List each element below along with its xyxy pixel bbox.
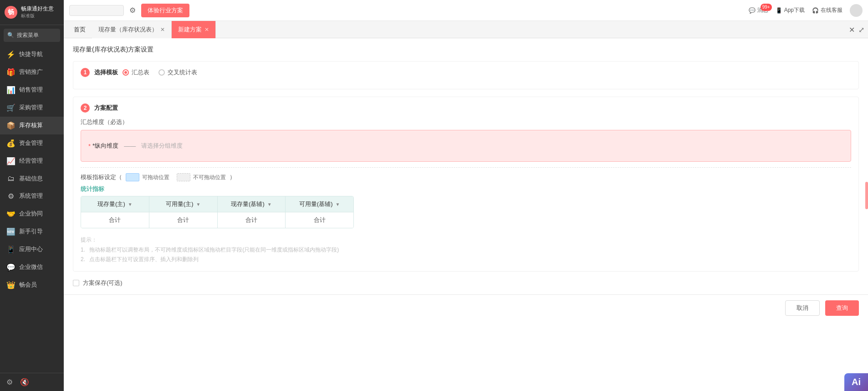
- download-icon: 📱: [776, 7, 782, 14]
- app-download-group[interactable]: 📱 App下载: [776, 6, 805, 14]
- service-icon: 🎧: [812, 7, 819, 14]
- stats-col-1-body: 合计: [149, 212, 217, 228]
- col-2-dropdown-icon: ▼: [267, 202, 272, 207]
- purchase-icon: 🛒: [6, 103, 15, 112]
- stats-col-0-header[interactable]: 现存量(主) ▼: [81, 196, 149, 212]
- online-service-group[interactable]: 🎧 在线客服: [812, 6, 842, 14]
- tab-new-plan[interactable]: 新建方案 ✕: [172, 21, 216, 38]
- stats-col-1: 可用量(主) ▼ 合计: [149, 196, 218, 228]
- stats-col-3-header[interactable]: 可用量(基辅) ▼: [286, 196, 353, 212]
- settings-bottom-icon[interactable]: ⚙: [6, 378, 13, 386]
- finance-icon: 💰: [6, 139, 15, 148]
- ai-badge[interactable]: Ai: [844, 373, 868, 391]
- expand-window-button[interactable]: ⤢: [858, 26, 864, 34]
- stats-col-2-header[interactable]: 现存量(基辅) ▼: [218, 196, 286, 212]
- stats-col-2-body: 合计: [218, 212, 286, 228]
- footer-bar: 取消 查询: [64, 294, 868, 321]
- sidebar-item-purchase[interactable]: 🛒 采购管理: [0, 99, 64, 117]
- section-config-header: 2 方案配置: [81, 103, 851, 113]
- radio-cross[interactable]: 交叉统计表: [158, 68, 197, 77]
- message-badge: 99+: [761, 4, 772, 11]
- col-3-dropdown-icon: ▼: [336, 202, 340, 207]
- section-num-1: 1: [81, 68, 90, 77]
- stats-col-0: 现存量(主) ▼ 合计: [81, 196, 149, 228]
- sidebar-item-inventory[interactable]: 📦 库存核算: [0, 117, 64, 134]
- section-config-title: 方案配置: [94, 104, 118, 112]
- sidebar-search-area: 🔍 搜索菜单: [0, 25, 64, 46]
- appcenter-icon: 📱: [6, 245, 15, 254]
- message-icon: 💬: [749, 7, 756, 14]
- section-template-title: 选择模板: [94, 68, 118, 77]
- stats-col-2: 现存量(基辅) ▼ 合计: [218, 196, 286, 228]
- sidebar-item-management[interactable]: 📈 经营管理: [0, 152, 64, 170]
- section-config: 2 方案配置 汇总维度（必选） * *纵向维度 —— 请选择分组维度 模板指标设…: [73, 97, 859, 272]
- stats-table-header: 现存量(主) ▼ 合计 可用量(主) ▼ 合计: [81, 196, 353, 228]
- sidebar-item-finance[interactable]: 💰 资金管理: [0, 134, 64, 152]
- message-group[interactable]: 💬 消息 99+: [749, 6, 768, 14]
- search-icon: 🔍: [7, 32, 14, 38]
- window-controls: ✕ ⤢: [845, 21, 868, 38]
- stats-col-1-header[interactable]: 可用量(主) ▼: [149, 196, 217, 212]
- dimension-dash: ——: [124, 143, 136, 149]
- main-content: ⚙ 体验行业方案 💬 消息 99+ 📱 App下载 🎧 在线客服 首页: [64, 0, 868, 391]
- metrics-legend: 可拖动位置 不可拖动位置: [126, 173, 226, 181]
- dimension-field: *纵向维度: [92, 142, 118, 150]
- dimension-placeholder: 请选择分组维度: [141, 142, 183, 150]
- quicknav-icon: ⚡: [6, 50, 15, 59]
- legend-not-draggable: 不可拖动位置: [177, 173, 226, 181]
- sidebar-item-sales[interactable]: 📊 销售管理: [0, 81, 64, 99]
- tabs-bar: 首页 现存量（库存状况表） ✕ 新建方案 ✕ ✕ ⤢: [64, 21, 868, 38]
- marketing-icon: 🎁: [6, 68, 15, 77]
- sidebar-item-marketing[interactable]: 🎁 营销推广: [0, 63, 64, 81]
- cooperation-icon: 🤝: [6, 210, 15, 218]
- radio-summary[interactable]: 汇总表: [123, 68, 149, 77]
- mute-icon[interactable]: 🔇: [20, 378, 29, 386]
- logo-icon: 畅: [5, 6, 17, 19]
- sidebar-item-appcenter[interactable]: 📱 应用中心: [0, 241, 64, 258]
- draggable-legend-box: [126, 173, 139, 181]
- topbar-left: ⚙ 体验行业方案: [69, 4, 745, 17]
- col-0-dropdown-icon: ▼: [128, 202, 133, 207]
- not-draggable-legend-box: [177, 173, 190, 181]
- divider-1: [81, 167, 851, 168]
- tab-inventory-close-icon[interactable]: ✕: [160, 27, 165, 32]
- sales-icon: 📊: [6, 86, 15, 94]
- wecom-icon: 💬: [6, 263, 15, 272]
- stats-col-3-body: 合计: [286, 212, 353, 228]
- tab-inventory-status[interactable]: 现存量（库存状况表） ✕: [92, 21, 172, 38]
- radio-cross-circle: [158, 69, 165, 76]
- query-button[interactable]: 查询: [825, 300, 859, 316]
- sidebar-item-quicknav[interactable]: ⚡ 快捷导航: [0, 46, 64, 63]
- sidebar-item-cooperation[interactable]: 🤝 企业协同: [0, 205, 64, 223]
- sidebar-item-basic[interactable]: 🗂 基础信息: [0, 170, 64, 187]
- tip-2: 2. 点击标题栏下拉可设置排序、插入列和删除列: [81, 255, 851, 265]
- sidebar-item-newguide[interactable]: 🆕 新手引导: [0, 223, 64, 241]
- topbar-right: 💬 消息 99+ 📱 App下载 🎧 在线客服: [749, 4, 863, 17]
- tips-section: 提示： 1. 拖动标题栏可以调整布局，不可跨维度或指标区域拖动栏目字段(只能在同…: [81, 235, 851, 265]
- inventory-icon: 📦: [6, 121, 15, 130]
- app-name: 畅康通好生意: [21, 5, 54, 13]
- tab-home[interactable]: 首页: [67, 21, 92, 38]
- user-avatar[interactable]: [850, 4, 863, 17]
- basic-icon: 🗂: [6, 175, 15, 183]
- sidebar-item-wecom[interactable]: 💬 企业微信: [0, 258, 64, 276]
- save-checkbox[interactable]: [73, 280, 79, 286]
- search-menu-button[interactable]: 🔍 搜索菜单: [4, 29, 60, 42]
- sidebar-item-system[interactable]: ⚙ 系统管理: [0, 187, 64, 205]
- tab-newplan-close-icon[interactable]: ✕: [204, 27, 209, 32]
- system-icon: ⚙: [6, 192, 15, 201]
- close-window-button[interactable]: ✕: [849, 26, 855, 34]
- industry-btn[interactable]: 体验行业方案: [141, 4, 189, 17]
- stats-col-0-body: 合计: [81, 212, 149, 228]
- sidebar-item-membership[interactable]: 👑 畅会员: [0, 276, 64, 294]
- sidebar-bottom: ⚙ 🔇: [0, 373, 64, 391]
- topbar-settings-button[interactable]: ⚙: [128, 4, 138, 16]
- topbar-search-input[interactable]: [69, 5, 124, 16]
- scroll-indicator: [865, 182, 868, 209]
- stats-col-3: 可用量(基辅) ▼ 合计: [286, 196, 353, 228]
- section-num-2: 2: [81, 103, 90, 113]
- page-title: 现存量(库存状况表)方案设置: [73, 46, 859, 54]
- cancel-button[interactable]: 取消: [785, 300, 820, 316]
- col-1-dropdown-icon: ▼: [196, 202, 201, 207]
- radio-summary-circle: [123, 69, 129, 76]
